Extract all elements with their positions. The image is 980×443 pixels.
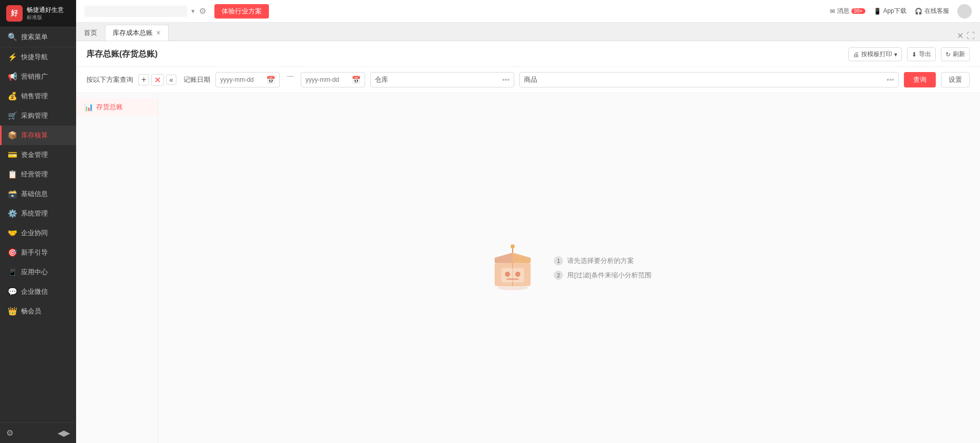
basic-icon: 🗃️ [8, 189, 17, 199]
date-label: 记账日期 [184, 72, 210, 87]
guide-icon: 🎯 [8, 248, 17, 257]
system-icon: ⚙️ [8, 209, 17, 218]
chevron-down-icon[interactable]: ▾ [191, 7, 195, 15]
topbar-left: ▾ ⚙ 体验行业方案 [84, 4, 830, 19]
sidebar-item-basic[interactable]: 🗃️ 基础信息 [0, 184, 76, 204]
print-chevron-icon: ▾ [894, 51, 897, 58]
add-scheme-button[interactable]: + [138, 74, 149, 85]
member-icon: 👑 [8, 307, 17, 316]
sidebar-item-purchase[interactable]: 🛒 采购管理 [0, 106, 76, 126]
empty-illustration [487, 242, 538, 294]
topbar-search-box[interactable] [84, 6, 187, 17]
empty-state: 1 请先选择要分析的方案 2 用[过滤]条件来缩小分析范围 [487, 242, 651, 294]
tip-num-1: 1 [554, 256, 563, 265]
tab-close-icon[interactable]: ✕ [156, 29, 161, 37]
sidebar-item-marketing[interactable]: 📢 营销推广 [0, 67, 76, 86]
warehouse-filter[interactable]: 仓库 ••• [370, 72, 514, 87]
search-input[interactable] [89, 8, 182, 15]
app-download-button[interactable]: 📱 App下载 [874, 7, 906, 15]
tab-home[interactable]: 首页 [76, 25, 105, 41]
logo-icon: 好 [6, 5, 23, 22]
calendar-end-icon[interactable]: 📅 [352, 76, 360, 84]
settings-footer-icon[interactable]: ⚙ [6, 428, 13, 438]
sidebar-search[interactable]: 🔍 搜索菜单 [0, 27, 76, 47]
page-actions: 🖨 按模板打印 ▾ ⬇ 导出 ↻ 刷新 [848, 47, 970, 61]
operation-icon: 📋 [8, 170, 17, 179]
tab-expand-icon[interactable]: ⛶ [967, 31, 975, 41]
empty-tips: 1 请先选择要分析的方案 2 用[过滤]条件来缩小分析范围 [554, 256, 651, 280]
tabbar: 首页 库存成本总账 ✕ ✕ ⛶ [76, 23, 980, 41]
date-end-input[interactable] [305, 76, 352, 83]
date-start-input[interactable] [220, 76, 266, 83]
tip-item-2: 2 用[过滤]条件来缩小分析范围 [554, 271, 651, 280]
refresh-icon: ↻ [946, 51, 951, 58]
svg-rect-5 [501, 268, 524, 282]
filter-label: 按以下方案查询 [86, 72, 133, 87]
sales-icon: 💰 [8, 92, 17, 101]
warehouse-more-icon[interactable]: ••• [502, 76, 510, 84]
svg-point-6 [505, 272, 510, 277]
finance-icon: 💳 [8, 150, 17, 160]
date-dash: — [287, 72, 294, 87]
collapse-icon[interactable]: ◀▶ [58, 428, 70, 438]
page-header: 库存总账(存货总账) 🖨 按模板打印 ▾ ⬇ 导出 ↻ 刷新 [76, 41, 980, 67]
delete-scheme-button[interactable]: ✕ [151, 74, 164, 86]
settings-icon[interactable]: ⚙ [199, 6, 206, 16]
message-button[interactable]: ✉ 消息 99+ [830, 7, 865, 15]
sidebar-item-member[interactable]: 👑 畅会员 [0, 302, 76, 321]
sidebar-item-sales[interactable]: 💰 销售管理 [0, 86, 76, 106]
message-icon: ✉ [830, 8, 835, 15]
tab-close-all-icon[interactable]: ✕ [957, 31, 964, 41]
export-button[interactable]: ⬇ 导出 [907, 47, 936, 61]
inventory-total-icon: 📊 [84, 103, 93, 111]
marketing-icon: 📢 [8, 72, 17, 81]
user-avatar[interactable] [957, 4, 972, 19]
sidebar-nav: ⚡ 快捷导航 📢 营销推广 💰 销售管理 🛒 采购管理 📦 库存核算 💳 资金管… [0, 47, 76, 422]
sidebar-item-app-center[interactable]: 📱 应用中心 [0, 262, 76, 282]
collapse-filter-button[interactable]: « [166, 75, 176, 85]
sidebar-item-guide[interactable]: 🎯 新手引导 [0, 243, 76, 262]
online-support-button[interactable]: 🎧 在线客服 [915, 7, 949, 15]
refresh-button[interactable]: ↻ 刷新 [941, 47, 970, 61]
warehouse-label: 仓库 [375, 75, 500, 84]
print-button[interactable]: 🖨 按模板打印 ▾ [848, 47, 902, 61]
goods-more-icon[interactable]: ••• [886, 76, 894, 84]
industry-solution-button[interactable]: 体验行业方案 [214, 4, 269, 19]
sidebar-item-enterprise[interactable]: 🤝 企业协同 [0, 223, 76, 243]
page-title: 库存总账(存货总账) [86, 49, 158, 60]
tab-inventory-cost[interactable]: 库存成本总账 ✕ [105, 25, 169, 41]
headset-icon: 🎧 [915, 8, 922, 15]
left-scheme-panel: 📊 存货总账 [76, 93, 158, 443]
sidebar-footer: ⚙ ◀▶ [0, 422, 76, 443]
wechat-icon: 💬 [8, 287, 17, 296]
svg-rect-8 [506, 278, 519, 280]
main-data-panel: 1 请先选择要分析的方案 2 用[过滤]条件来缩小分析范围 [158, 93, 980, 443]
svg-marker-2 [495, 253, 513, 263]
app-logo: 好 畅捷通好生意 标准版 [0, 0, 76, 27]
sidebar-item-inventory[interactable]: 📦 库存核算 [0, 126, 76, 145]
app-center-icon: 📱 [8, 268, 17, 277]
export-icon: ⬇ [912, 51, 917, 58]
sidebar-item-wechat[interactable]: 💬 企业微信 [0, 282, 76, 302]
search-icon: 🔍 [8, 32, 17, 42]
body-area: 📊 存货总账 [76, 93, 980, 443]
logo-text: 畅捷通好生意 标准版 [27, 6, 64, 21]
enterprise-icon: 🤝 [8, 228, 17, 238]
sidebar-item-system[interactable]: ⚙️ 系统管理 [0, 204, 76, 223]
quick-nav-icon: ⚡ [8, 52, 17, 62]
calendar-start-icon[interactable]: 📅 [266, 76, 275, 84]
query-button[interactable]: 查询 [904, 72, 936, 87]
scheme-option-inventory-total[interactable]: 📊 存货总账 [76, 98, 158, 116]
sidebar-item-quick-nav[interactable]: ⚡ 快捷导航 [0, 47, 76, 67]
topbar: ▾ ⚙ 体验行业方案 ✉ 消息 99+ 📱 App下载 🎧 在线客服 [76, 0, 980, 23]
content-area: 首页 库存成本总账 ✕ ✕ ⛶ 库存总账(存货总账) 🖨 按模板打印 ▾ [76, 23, 980, 443]
print-icon: 🖨 [853, 51, 859, 58]
sidebar-item-finance[interactable]: 💳 资金管理 [0, 145, 76, 165]
sidebar-item-operation[interactable]: 📋 经营管理 [0, 165, 76, 184]
date-start-picker[interactable]: 📅 [215, 72, 280, 87]
setting-button[interactable]: 设置 [941, 72, 970, 87]
filter-bar: 按以下方案查询 + ✕ « 记账日期 📅 — 📅 仓库 ••• 商品 [76, 67, 980, 93]
goods-filter[interactable]: 商品 ••• [519, 72, 899, 87]
date-end-picker[interactable]: 📅 [301, 72, 365, 87]
sidebar: 好 畅捷通好生意 标准版 🔍 搜索菜单 ⚡ 快捷导航 📢 营销推广 💰 销售管理… [0, 0, 76, 443]
